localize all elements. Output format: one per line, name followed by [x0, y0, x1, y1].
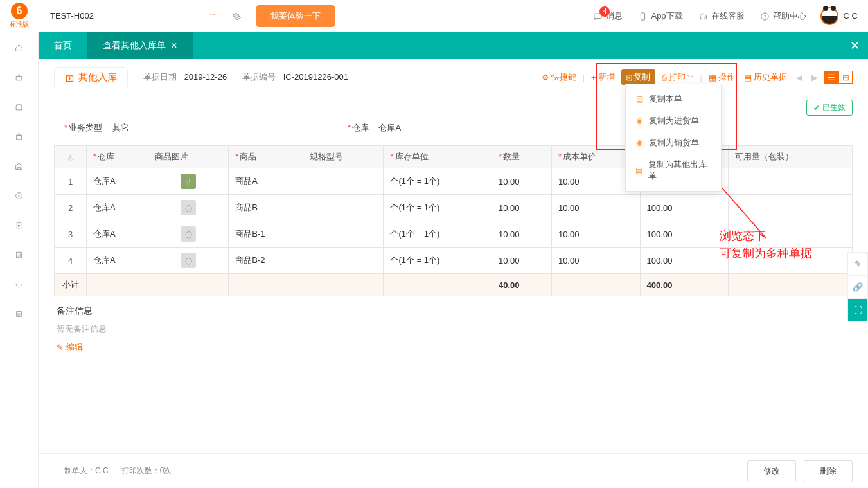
edit-remark-button[interactable]: ✎ 编辑 — [57, 341, 83, 353]
settings-icon[interactable] — [233, 11, 241, 21]
new-button[interactable]: + 新增 — [589, 70, 617, 84]
cell-spec — [303, 221, 384, 248]
copy-as-other-out-item[interactable]: ▤ 复制为其他出库单 — [626, 154, 721, 187]
cell-warehouse: 仓库A — [87, 195, 148, 221]
sidebar-new-icon[interactable]: 新 — [13, 307, 26, 320]
online-service-link[interactable]: 在线客服 — [698, 10, 745, 22]
rail-note-icon[interactable]: ✎ — [847, 252, 868, 275]
svg-point-14 — [69, 156, 71, 158]
cell-spec — [303, 195, 384, 221]
cell-qty: 10.00 — [492, 168, 551, 195]
cell-unit: 个(1个 = 1个) — [384, 195, 492, 221]
copy-this-item[interactable]: ▤ 复制本单 — [626, 88, 721, 110]
trial-button[interactable]: 我要体验一下 — [256, 5, 335, 27]
chevron-down-icon: ﹀ — [687, 73, 694, 82]
next-button[interactable]: ▶ — [809, 71, 820, 84]
tab-view-other-inbound[interactable]: 查看其他入库单 ✕ — [87, 32, 193, 59]
user-avatar[interactable] — [820, 7, 838, 25]
rail-link-icon[interactable]: 🔗 — [847, 275, 868, 298]
card-title: 其他入库 — [78, 71, 117, 84]
warehouse-field: *仓库 仓库A — [348, 122, 401, 134]
cell-available — [729, 195, 853, 221]
row-index: 3 — [55, 221, 87, 248]
table-row[interactable]: 3仓库A◯商品B-1个(1个 = 1个)10.0010.00100.00 — [55, 221, 853, 248]
close-all-tabs[interactable]: ✕ — [841, 32, 868, 59]
col-available: 可用量（包装） — [729, 146, 853, 168]
edit-icon: ✎ — [57, 343, 64, 352]
print-button[interactable]: ⎙ 打印 ﹀ — [659, 70, 696, 84]
copy-button[interactable]: ⎘ 复制 — [621, 69, 655, 85]
sidebar-warehouse-icon[interactable] — [13, 159, 26, 172]
toolbar: ⚙ 快捷键 | + 新增 ⎘ 复制 — [539, 69, 853, 85]
sidebar-bag-icon[interactable] — [13, 130, 26, 143]
check-icon: ✔ — [813, 104, 820, 113]
modify-button[interactable]: 修改 — [747, 460, 796, 482]
view-grid[interactable]: ⊞ — [838, 71, 853, 84]
shortcut-button[interactable]: ⚙ 快捷键 — [539, 70, 579, 84]
cell-qty: 10.00 — [492, 221, 551, 248]
table-row[interactable]: 2仓库A◯商品B个(1个 = 1个)10.0010.00100.00 — [55, 195, 853, 221]
cell-qty: 10.00 — [492, 248, 551, 274]
logo-text: 标准版 — [10, 20, 29, 29]
tabs-bar: 首页 查看其他入库单 ✕ ✕ — [39, 32, 868, 59]
logo-icon: 6 — [11, 3, 28, 19]
grid-icon: ▦ — [709, 73, 716, 82]
copy-icon: ⎘ — [626, 73, 632, 82]
sidebar-gift-icon[interactable] — [13, 71, 26, 84]
sidebar-store-icon[interactable] — [13, 100, 26, 113]
outbound-icon: ▤ — [635, 166, 643, 175]
doc-date: 单据日期 2019-12-26 — [143, 71, 227, 83]
logo[interactable]: 6 标准版 — [0, 3, 39, 29]
operate-button[interactable]: ▦ 操作 — [706, 70, 738, 84]
cell-warehouse: 仓库A — [87, 168, 148, 195]
delete-button[interactable]: 删除 — [804, 460, 853, 482]
col-settings[interactable] — [55, 146, 87, 168]
messages-link[interactable]: 消息 4 — [593, 10, 623, 22]
prev-button[interactable]: ◀ — [793, 71, 805, 84]
app-download-link[interactable]: App下载 — [638, 10, 682, 22]
cell-spec — [303, 248, 384, 274]
sidebar-report-icon[interactable] — [13, 248, 26, 261]
document-card: 其他入库 单据日期 2019-12-26 单据编号 IC-20191226-00… — [39, 59, 868, 488]
org-name: TEST-H002 — [50, 11, 94, 21]
cell-image: 🍴 — [148, 168, 229, 195]
help-center-label: 帮助中心 — [773, 10, 806, 22]
org-selector[interactable]: TEST-H002 ﹀ — [50, 6, 217, 26]
table-row[interactable]: 1仓库A🍴商品A个(1个 = 1个)10.0010.00100.00 — [55, 168, 853, 195]
svg-text:?: ? — [763, 14, 766, 19]
help-center-link[interactable]: ? 帮助中心 — [760, 10, 806, 22]
subtotal-qty: 40.00 — [492, 274, 551, 296]
product-image-icon: ◯ — [181, 226, 196, 242]
phone-icon — [638, 10, 648, 22]
rail-expand-icon[interactable]: ⛶ — [847, 298, 868, 321]
col-qty: *数量 — [492, 146, 551, 168]
subtotal-amount: 400.00 — [640, 274, 729, 296]
copy-as-sales-item[interactable]: ◉ 复制为销货单 — [626, 132, 721, 154]
sidebar-sync-icon[interactable] — [13, 278, 26, 291]
product-image-icon: ◯ — [181, 200, 196, 215]
sidebar-finance-icon[interactable]: ¥ — [13, 189, 26, 202]
cell-spec — [303, 168, 384, 195]
product-image-icon: 🍴 — [181, 174, 196, 189]
chevron-down-icon: ﹀ — [209, 10, 217, 21]
status-badge: ✔ 已生效 — [806, 100, 853, 116]
subtotal-label: 小计 — [55, 274, 87, 296]
cell-product: 商品B-1 — [229, 221, 303, 248]
app-download-label: App下载 — [651, 10, 682, 22]
history-button[interactable]: ▤ 历史单据 — [741, 70, 790, 84]
close-icon[interactable]: ✕ — [171, 41, 177, 50]
cell-price: 10.00 — [551, 221, 640, 248]
sidebar-clipboard-icon[interactable] — [13, 219, 26, 231]
sidebar-home-icon[interactable] — [13, 41, 26, 54]
copy-as-purchase-item[interactable]: ◉ 复制为进货单 — [626, 110, 721, 132]
tab-label: 首页 — [54, 40, 72, 51]
tab-label: 查看其他入库单 — [103, 40, 166, 51]
cell-image: ◯ — [148, 221, 229, 248]
table-row[interactable]: 4仓库A◯商品B-2个(1个 = 1个)10.0010.00100.00 — [55, 248, 853, 274]
footer: 制单人：C C 打印次数：0次 修改 删除 — [39, 453, 868, 488]
user-name[interactable]: C C — [844, 11, 858, 21]
cell-warehouse: 仓库A — [87, 221, 148, 248]
cell-amount: 100.00 — [640, 248, 729, 274]
view-list[interactable]: ☰ — [824, 71, 838, 84]
tab-home[interactable]: 首页 — [39, 32, 87, 59]
